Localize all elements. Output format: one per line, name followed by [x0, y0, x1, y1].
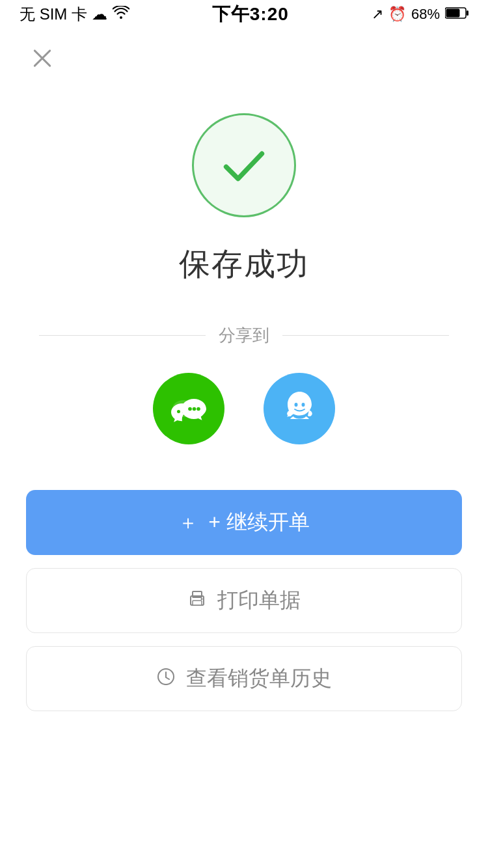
history-button[interactable]: 查看销货单历史 — [26, 646, 462, 711]
success-circle — [192, 113, 296, 217]
svg-point-6 — [188, 407, 192, 411]
share-icons — [153, 373, 335, 444]
qq-icon — [278, 387, 321, 431]
svg-rect-1 — [446, 9, 459, 18]
sim-status: 无 SIM 卡 ☁ — [20, 4, 107, 25]
actions-section: ＋ + 继续开单 打印单据 查看销货单历史 — [0, 490, 488, 711]
wifi-icon — [113, 6, 129, 23]
print-label: 打印单据 — [217, 586, 301, 615]
qq-share-button[interactable] — [264, 373, 335, 444]
divider-line-right — [282, 335, 449, 336]
battery-status: 68% — [411, 6, 440, 23]
wechat-icon — [168, 387, 210, 431]
wechat-share-button[interactable] — [153, 373, 224, 444]
svg-point-14 — [201, 598, 203, 600]
share-label: 分享到 — [219, 324, 269, 347]
share-divider: 分享到 — [0, 324, 488, 347]
continue-label: + 继续开单 — [208, 508, 310, 537]
share-section: 分享到 — [0, 324, 488, 444]
divider-line-left — [39, 335, 206, 336]
status-left: 无 SIM 卡 ☁ — [20, 4, 129, 25]
svg-point-10 — [301, 403, 305, 407]
svg-point-8 — [197, 407, 200, 411]
success-area: 保存成功 — [0, 113, 488, 285]
svg-rect-2 — [467, 10, 468, 16]
battery-icon — [445, 6, 468, 23]
success-title: 保存成功 — [179, 243, 309, 285]
status-time: 下午3:20 — [212, 2, 289, 27]
printer-icon — [187, 590, 207, 612]
clock-icon — [156, 667, 176, 691]
plus-icon: ＋ — [178, 509, 198, 536]
print-button[interactable]: 打印单据 — [26, 568, 462, 633]
continue-button[interactable]: ＋ + 继续开单 — [26, 490, 462, 555]
svg-rect-13 — [193, 601, 202, 605]
svg-point-4 — [177, 410, 180, 413]
alarm-icon: ⏰ — [388, 6, 406, 23]
svg-point-7 — [192, 407, 196, 411]
history-label: 查看销货单历史 — [186, 664, 332, 693]
status-bar: 无 SIM 卡 ☁ 下午3:20 ↗ ⏰ 68% — [0, 0, 488, 29]
status-right: ↗ ⏰ 68% — [372, 6, 468, 23]
close-button[interactable] — [26, 42, 59, 74]
location-icon: ↗ — [372, 6, 383, 23]
svg-point-9 — [294, 403, 297, 407]
